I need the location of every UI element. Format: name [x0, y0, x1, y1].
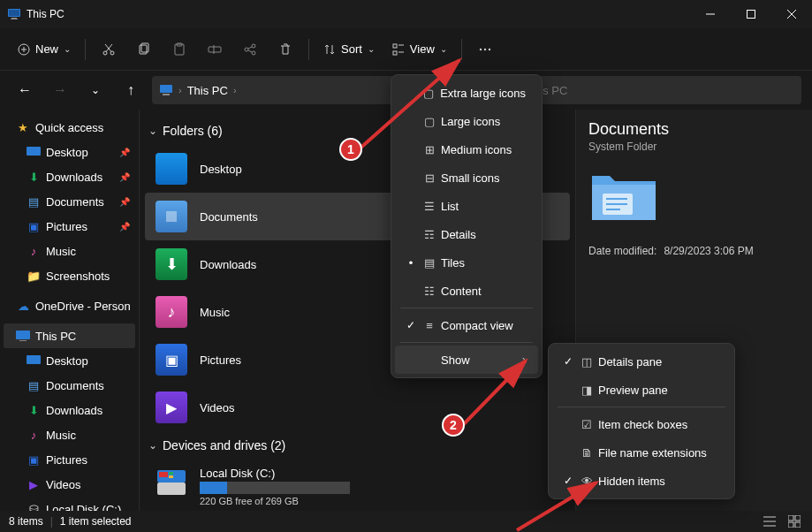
status-bar: 8 items | 1 item selected: [0, 511, 812, 532]
share-button[interactable]: [234, 34, 266, 65]
group-header-devices[interactable]: ⌄Devices and drives (2): [140, 431, 575, 460]
plus-circle-icon: [18, 43, 30, 56]
date-modified-label: Date modified:: [588, 245, 656, 257]
svg-rect-53: [795, 515, 801, 521]
svg-point-30: [480, 48, 482, 49]
cut-button[interactable]: [93, 34, 125, 65]
more-button[interactable]: [469, 34, 501, 65]
annotation-badge-1: 1: [339, 138, 362, 161]
this-pc-icon: [159, 85, 173, 95]
sidebar-item-desktop[interactable]: Desktop: [4, 348, 135, 373]
sidebar-item-documents[interactable]: ▤Documents: [4, 373, 135, 398]
menu-item-large-icons[interactable]: ▢Large icons: [395, 107, 538, 135]
icons-view-button[interactable]: [785, 513, 803, 530]
sidebar-item-videos[interactable]: ▶Videos: [4, 472, 135, 497]
breadcrumb-item[interactable]: This PC: [187, 84, 228, 97]
sidebar-item-documents[interactable]: ▤Documents📌: [4, 189, 135, 214]
breadcrumb-separator: ›: [178, 85, 182, 95]
documents-icon: ▤: [27, 194, 41, 209]
tiles-icon: ▤: [421, 256, 437, 270]
menu-item-tiles[interactable]: •▤Tiles: [395, 248, 538, 277]
svg-rect-2: [11, 18, 17, 19]
recent-locations-button[interactable]: ⌄: [81, 76, 110, 104]
sort-button[interactable]: Sort ⌄: [316, 34, 382, 65]
svg-rect-35: [27, 147, 41, 156]
forward-button[interactable]: →: [46, 76, 74, 104]
ellipsis-icon: [478, 42, 492, 57]
up-button[interactable]: ↑: [117, 76, 145, 104]
titlebar: This PC: [0, 0, 812, 28]
menu-item-preview-pane[interactable]: ◨Preview pane: [552, 376, 731, 404]
videos-folder-icon: ▶: [156, 391, 187, 423]
medium-icons-icon: ⊞: [421, 143, 437, 156]
sidebar-onedrive[interactable]: ☁OneDrive - Person: [4, 293, 135, 318]
svg-rect-40: [157, 483, 186, 495]
menu-item-extra-large-icons[interactable]: ▢Extra large icons: [395, 79, 538, 107]
menu-item-item-check-boxes[interactable]: ☑Item check boxes: [552, 410, 731, 438]
svg-point-23: [252, 51, 255, 55]
chevron-down-icon: ⌄: [148, 125, 157, 137]
svg-rect-26: [393, 44, 397, 48]
details-title: Documents: [588, 120, 800, 139]
music-icon: ♪: [27, 428, 41, 442]
documents-icon: ▤: [27, 378, 41, 392]
small-icons-icon: ⊟: [421, 171, 437, 185]
menu-item-show[interactable]: Show›: [395, 346, 538, 374]
sidebar-this-pc[interactable]: This PC: [4, 323, 135, 348]
menu-item-details[interactable]: ☶Details: [395, 220, 538, 248]
details-subtitle: System Folder: [588, 141, 800, 153]
svg-point-31: [484, 48, 486, 49]
copy-button[interactable]: [128, 34, 160, 65]
delete-button[interactable]: [269, 34, 301, 65]
list-icon: ☰: [421, 200, 437, 213]
svg-rect-3: [11, 19, 18, 19]
rename-button[interactable]: [199, 34, 231, 65]
sidebar-item-downloads[interactable]: ⬇Downloads📌: [4, 164, 135, 189]
sidebar-item-desktop[interactable]: Desktop📌: [4, 140, 135, 164]
extra-large-icons-icon: ▢: [421, 87, 437, 100]
details-view-button[interactable]: [761, 513, 778, 530]
menu-item-small-icons[interactable]: ⊟Small icons: [395, 163, 538, 192]
chevron-right-icon: ›: [522, 353, 526, 366]
maximize-button[interactable]: [731, 0, 771, 28]
sidebar-item-pictures[interactable]: ▣Pictures📌: [4, 214, 135, 239]
check-icon: ✓: [561, 475, 575, 487]
sidebar-quick-access[interactable]: ★ Quick access: [4, 115, 135, 140]
drive-item-local-disk-c[interactable]: Local Disk (C:) 220 GB free of 269 GB: [140, 460, 575, 511]
folder-item-videos[interactable]: ▶Videos: [140, 384, 575, 431]
svg-line-14: [105, 44, 111, 52]
menu-item-hidden-items[interactable]: ✓👁Hidden items: [552, 467, 731, 495]
menu-item-medium-icons[interactable]: ⊞Medium icons: [395, 135, 538, 163]
chevron-down-icon: ⌄: [440, 44, 447, 54]
desktop-folder-icon: [156, 153, 187, 185]
sidebar-item-music[interactable]: ♪Music: [4, 239, 135, 263]
details-icon: ☶: [421, 228, 437, 241]
new-button[interactable]: New ⌄: [11, 34, 78, 65]
sidebar-item-pictures[interactable]: ▣Pictures: [4, 447, 135, 472]
desktop-icon: [27, 145, 41, 159]
sidebar-item-downloads[interactable]: ⬇Downloads: [4, 398, 135, 422]
back-button[interactable]: ←: [11, 76, 39, 104]
menu-item-list[interactable]: ☰List: [395, 192, 538, 220]
sidebar-item-screenshots[interactable]: 📁Screenshots: [4, 263, 135, 288]
view-button[interactable]: View ⌄: [385, 34, 454, 65]
menu-separator: [400, 308, 533, 308]
clipboard-icon: [172, 42, 186, 57]
folder-icon: 📁: [27, 269, 41, 283]
documents-folder-icon: [156, 201, 187, 232]
minimize-button[interactable]: [690, 0, 731, 28]
view-icon: [392, 43, 405, 56]
sidebar-item-local-disk-c[interactable]: ⛁Local Disk (C:): [4, 497, 135, 511]
menu-item-compact-view[interactable]: ✓≡Compact view: [395, 311, 538, 339]
menu-item-file-name-extensions[interactable]: 🗎File name extensions: [552, 438, 731, 467]
menu-item-details-pane[interactable]: ✓◫Details pane: [552, 347, 731, 376]
svg-line-24: [248, 47, 252, 49]
sidebar-item-music[interactable]: ♪Music: [4, 422, 135, 447]
paste-button[interactable]: [163, 34, 195, 65]
svg-line-25: [248, 50, 252, 52]
checkbox-icon: ☑: [579, 418, 595, 431]
close-button[interactable]: [771, 0, 812, 28]
menu-item-content[interactable]: ☷Content: [395, 277, 538, 305]
window-title: This PC: [27, 8, 65, 20]
pictures-folder-icon: ▣: [156, 344, 187, 376]
